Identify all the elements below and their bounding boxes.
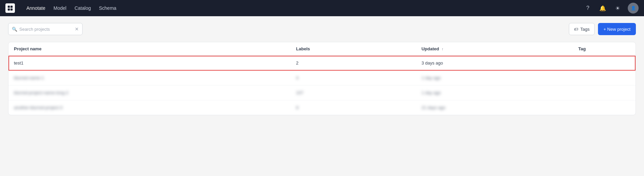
tags-label: Tags <box>580 27 590 32</box>
toolbar: 🔍 ✕ 🏷 Tags + New project <box>8 23 636 35</box>
col-header-name: Project name <box>8 42 291 56</box>
new-project-button[interactable]: + New project <box>598 23 636 35</box>
project-name: another-blurred-project-3 <box>8 100 291 115</box>
table-row[interactable]: test1 2 3 days ago <box>8 56 636 71</box>
nav-schema[interactable]: Schema <box>95 3 119 13</box>
project-labels: 8 <box>291 100 416 115</box>
svg-rect-2 <box>8 8 10 10</box>
search-box[interactable]: 🔍 ✕ <box>8 23 83 35</box>
project-updated: 3 days ago <box>416 56 573 71</box>
nav-catalog[interactable]: Catalog <box>71 3 94 13</box>
theme-icon[interactable]: ☀ <box>613 3 622 13</box>
nav-model[interactable]: Model <box>50 3 70 13</box>
notifications-icon[interactable]: 🔔 <box>598 3 607 13</box>
project-updated: 1 day ago <box>416 71 573 85</box>
table-row[interactable]: blurred-project-name-long-2 107 1 day ag… <box>8 85 636 100</box>
app-logo[interactable] <box>5 3 15 13</box>
toolbar-actions: 🏷 Tags + New project <box>569 23 636 35</box>
tags-button[interactable]: 🏷 Tags <box>569 23 595 35</box>
sort-icon: ↑ <box>442 47 444 51</box>
projects-table-container: Project name Labels Updated ↑ Tag <box>8 42 636 115</box>
project-tag <box>573 71 636 85</box>
project-name: blurred-project-name-long-2 <box>8 85 291 100</box>
table-row[interactable]: another-blurred-project-3 8 21 days ago <box>8 100 636 115</box>
col-header-labels: Labels <box>291 42 416 56</box>
projects-table: Project name Labels Updated ↑ Tag <box>8 42 636 115</box>
svg-rect-1 <box>10 6 13 8</box>
project-labels: 107 <box>291 85 416 100</box>
avatar[interactable]: 👤 <box>628 3 639 14</box>
project-name: test1 <box>8 56 291 71</box>
project-name: blurred-name-1 <box>8 71 291 85</box>
project-labels: 4 <box>291 71 416 85</box>
col-header-updated[interactable]: Updated ↑ <box>416 42 573 56</box>
search-input[interactable] <box>17 27 73 32</box>
table-header: Project name Labels Updated ↑ Tag <box>8 42 636 56</box>
new-project-label: + New project <box>603 27 630 32</box>
navbar: Annotate Model Catalog Schema ? 🔔 ☀ 👤 <box>0 0 644 16</box>
table-row[interactable]: blurred-name-1 4 1 day ago <box>8 71 636 85</box>
nav-annotate[interactable]: Annotate <box>23 3 49 13</box>
svg-rect-3 <box>10 8 13 10</box>
main-content: 🔍 ✕ 🏷 Tags + New project Project name <box>0 16 644 176</box>
help-icon[interactable]: ? <box>583 3 593 13</box>
col-header-tag: Tag <box>573 42 636 56</box>
project-updated: 21 days ago <box>416 100 573 115</box>
project-tag <box>573 100 636 115</box>
project-tag <box>573 56 636 71</box>
svg-rect-0 <box>8 6 10 8</box>
search-icon: 🔍 <box>12 27 17 32</box>
project-tag <box>573 85 636 100</box>
navbar-right: ? 🔔 ☀ 👤 <box>583 3 639 14</box>
table-body: test1 2 3 days ago blurred-name-1 4 1 da… <box>8 56 636 115</box>
nav-menu: Annotate Model Catalog Schema <box>23 3 120 13</box>
project-labels: 2 <box>291 56 416 71</box>
project-updated: 1 day ago <box>416 85 573 100</box>
tag-icon: 🏷 <box>574 27 578 32</box>
clear-search-button[interactable]: ✕ <box>75 26 79 32</box>
